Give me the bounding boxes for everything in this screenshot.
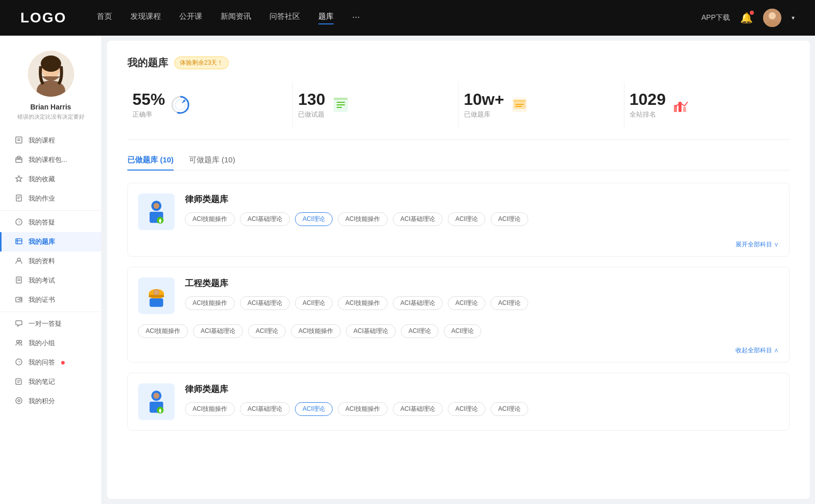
nav-qa[interactable]: 问答社区 [269, 12, 300, 24]
stat-done-banks-label: 已做题库 [464, 110, 504, 119]
myexam-icon [14, 276, 23, 285]
qbank-tag[interactable]: ACI技能操作 [185, 212, 235, 226]
sidebar-item-mygroup[interactable]: 我的小组 [0, 333, 101, 353]
qbank-tag[interactable]: ACI理论 [401, 324, 439, 338]
qbank-tag[interactable]: ACI基础理论 [393, 402, 443, 416]
done-questions-icon [332, 96, 350, 114]
myquestion-label: 我的问答 [29, 358, 55, 367]
mycourse-icon [14, 136, 23, 145]
qbank-tag[interactable]: ACI理论 [491, 296, 528, 310]
stat-accuracy-label: 正确率 [132, 110, 165, 119]
qbank-lawyer-1-expand[interactable]: 展开全部科目 ∨ [128, 240, 789, 256]
sidebar-item-mycourse[interactable]: 我的课程 [0, 131, 101, 150]
svg-rect-60 [150, 298, 164, 307]
notification-bell[interactable]: 🔔 [740, 12, 753, 24]
qbank-tag[interactable]: ACI理论 [491, 402, 528, 416]
qbank-lawyer-2: 律师类题库 ACI技能操作 ACI基础理论 ACI理论 ACI技能操作 ACI基… [127, 373, 790, 431]
navbar: LOGO 首页 发现课程 公开课 新闻资讯 问答社区 题库 ··· APP下载 … [0, 0, 815, 36]
qbank-tag-active[interactable]: ACI理论 [295, 212, 333, 226]
svg-point-33 [16, 398, 22, 404]
svg-rect-12 [17, 156, 20, 158]
qbank-tag[interactable]: ACI技能操作 [338, 296, 388, 310]
qbank-tag[interactable]: ACI技能操作 [185, 402, 235, 416]
stat-done-questions-value: 130 [298, 90, 325, 109]
stat-done-banks-values: 10w+ 已做题库 [464, 90, 504, 119]
sidebar-item-mypackage[interactable]: 我的课程包... [0, 150, 101, 170]
myfavorite-icon [14, 175, 23, 184]
qbank-engineer-name: 工程类题库 [185, 277, 779, 289]
qbank-tag[interactable]: ACI技能操作 [138, 324, 188, 338]
qbank-lawyer-2-name: 律师类题库 [185, 383, 779, 395]
qbank-lawyer-1: 律师类题库 ACI技能操作 ACI基础理论 ACI理论 ACI技能操作 ACI基… [127, 183, 790, 257]
sidebar-item-mycert[interactable]: 我的证书 [0, 290, 101, 310]
nav-more[interactable]: ··· [352, 12, 360, 24]
qbank-tag[interactable]: ACI理论 [448, 402, 485, 416]
mygroup-icon [14, 339, 23, 348]
sidebar-item-myqa[interactable]: ? 我的答疑 [0, 213, 101, 232]
qbank-tag[interactable]: ACI理论 [491, 212, 528, 226]
qbank-tag[interactable]: ACI基础理论 [346, 324, 396, 338]
qbank-tag[interactable]: ACI基础理论 [240, 402, 290, 416]
qbank-lawyer-2-icon [138, 383, 175, 420]
sidebar-item-1on1[interactable]: 一对一答疑 [0, 314, 101, 333]
mygroup-label: 我的小组 [29, 339, 55, 348]
qbank-lawyer-2-info: 律师类题库 ACI技能操作 ACI基础理论 ACI理论 ACI技能操作 ACI基… [185, 383, 779, 416]
myquestion-icon: ? [14, 358, 23, 367]
svg-point-28 [19, 340, 22, 343]
stat-ranking: 1029 全站排名 [624, 82, 790, 127]
sidebar-item-myhomework[interactable]: 我的作业 [0, 189, 101, 208]
qbank-lawyer-1-info: 律师类题库 ACI技能操作 ACI基础理论 ACI理论 ACI技能操作 ACI基… [185, 193, 779, 226]
qbank-tag[interactable]: ACI理论 [448, 212, 485, 226]
nav-home[interactable]: 首页 [97, 12, 112, 24]
sidebar-item-mynotes[interactable]: 我的笔记 [0, 372, 101, 391]
qbank-tag[interactable]: ACI理论 [448, 296, 485, 310]
divider1 [0, 210, 101, 211]
qbank-tag[interactable]: ACI技能操作 [338, 212, 388, 226]
qbank-tag[interactable]: ACI理论 [444, 324, 481, 338]
sidebar-item-mypoints[interactable]: 我的积分 [0, 391, 101, 411]
qbank-tag[interactable]: ACI技能操作 [185, 296, 235, 310]
nav-opencourse[interactable]: 公开课 [179, 12, 202, 24]
svg-point-38 [183, 100, 185, 102]
sidebar-motto: 错误的决定比没有决定要好 [9, 113, 93, 121]
stats-row: 55% 正确率 130 已做试题 [127, 82, 790, 140]
sidebar: Brian Harris 错误的决定比没有决定要好 我的课程 我的课程包... [0, 36, 102, 504]
svg-point-1 [769, 12, 776, 19]
user-avatar[interactable] [763, 9, 781, 27]
qbank-engineer-tags-row1: ACI技能操作 ACI基础理论 ACI理论 ACI技能操作 ACI基础理论 AC… [185, 296, 779, 310]
stat-accuracy-value: 55% [132, 90, 165, 109]
app-download-btn[interactable]: APP下载 [701, 13, 730, 22]
qbank-tag[interactable]: ACI基础理论 [240, 212, 290, 226]
svg-text:?: ? [18, 360, 21, 365]
tab-done-banks[interactable]: 已做题库 (10) [127, 155, 174, 170]
user-menu-chevron[interactable]: ▾ [792, 14, 795, 21]
mynotes-label: 我的笔记 [29, 377, 55, 386]
sidebar-item-myqbank[interactable]: 我的题库 [0, 232, 101, 251]
qbank-tag[interactable]: ACI基础理论 [393, 296, 443, 310]
qbank-tag[interactable]: ACI技能操作 [338, 402, 388, 416]
qbank-tag[interactable]: ACI理论 [248, 324, 286, 338]
nav-news[interactable]: 新闻资讯 [221, 12, 251, 24]
nav-qbank[interactable]: 题库 [318, 12, 334, 24]
qbank-tag[interactable]: ACI基础理论 [393, 212, 443, 226]
qbank-engineer-collapse[interactable]: 收起全部科目 ∧ [128, 346, 789, 362]
qbank-tag[interactable]: ACI技能操作 [291, 324, 341, 338]
svg-point-62 [154, 290, 158, 294]
tab-available-banks[interactable]: 可做题库 (10) [189, 155, 235, 170]
sidebar-item-myexam[interactable]: 我的考试 [0, 271, 101, 290]
mypackage-icon [14, 156, 23, 164]
myhomework-label: 我的作业 [29, 194, 55, 203]
sidebar-item-myfavorite[interactable]: 我的收藏 [0, 170, 101, 189]
qbank-tag-active[interactable]: ACI理论 [295, 402, 333, 416]
qbank-tag[interactable]: ACI理论 [295, 296, 333, 310]
sidebar-item-myquestion[interactable]: ? 我的问答 [0, 353, 101, 372]
svg-marker-13 [16, 176, 22, 182]
qbank-tag[interactable]: ACI基础理论 [240, 296, 290, 310]
svg-rect-18 [16, 239, 22, 244]
sidebar-item-myprofile[interactable]: 我的资料 [0, 251, 101, 271]
qbank-engineer-icon [138, 277, 175, 314]
nav-discover[interactable]: 发现课程 [130, 12, 161, 24]
myqa-label: 我的答疑 [29, 218, 55, 227]
stat-done-banks-value: 10w+ [464, 90, 504, 109]
qbank-tag[interactable]: ACI基础理论 [193, 324, 243, 338]
